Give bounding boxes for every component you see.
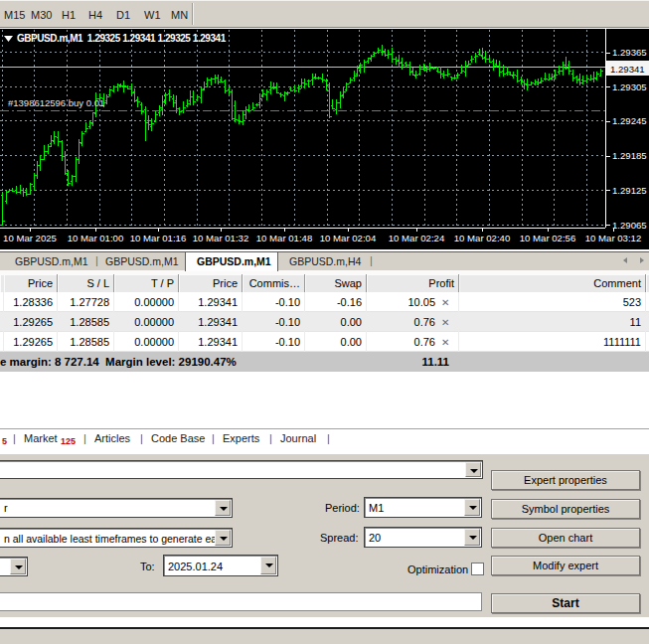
svg-text:10 Mar 02:40: 10 Mar 02:40 [454,233,511,243]
svg-text:1.29341: 1.29341 [610,64,645,75]
svg-text:GBPUSD.m,M1 1.29325 1.29341 1: GBPUSD.m,M1 1.29325 1.29341 1.29325 1.29… [17,33,227,44]
svg-text:1.29365: 1.29365 [612,47,647,58]
svg-text:10 Mar 02:56: 10 Mar 02:56 [520,233,576,243]
svg-text:10 Mar 01:00: 10 Mar 01:00 [68,233,124,243]
svg-text:10 Mar 01:16: 10 Mar 01:16 [130,233,187,243]
svg-text:1.29245: 1.29245 [612,115,647,126]
svg-text:10 Mar 03:12: 10 Mar 03:12 [585,233,642,243]
svg-text:1.29125: 1.29125 [612,185,647,196]
svg-text:1.29305: 1.29305 [612,81,647,92]
svg-text:#1398612596 buy 0.01: #1398612596 buy 0.01 [8,97,104,108]
svg-text:1.29065: 1.29065 [612,220,647,231]
svg-text:1.29185: 1.29185 [612,150,647,161]
svg-text:10 Mar 01:32: 10 Mar 01:32 [193,233,249,243]
svg-text:10 Mar 02:04: 10 Mar 02:04 [320,233,377,243]
svg-text:10 Mar 02:24: 10 Mar 02:24 [389,233,445,243]
svg-text:10 Mar 01:48: 10 Mar 01:48 [256,233,313,243]
svg-text:10 Mar 2025: 10 Mar 2025 [3,233,57,243]
